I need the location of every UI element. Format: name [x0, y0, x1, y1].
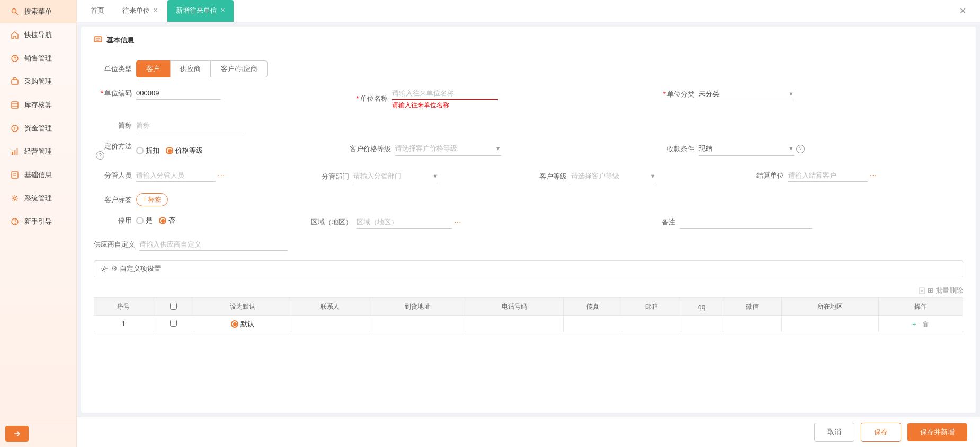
pricing-method-group: 定价方法 ? 折扣 价格等级: [94, 142, 350, 160]
row-checkbox: [153, 316, 194, 332]
btn-supplier[interactable]: 供应商: [170, 60, 211, 77]
department-select[interactable]: 请输入分管部门 ▼: [353, 169, 438, 183]
row-qq: [681, 316, 723, 332]
payment-question-icon[interactable]: ?: [796, 145, 805, 153]
radio-price-level-circle: [166, 147, 173, 154]
sidebar-item-quick-nav[interactable]: 快捷导航: [0, 23, 76, 47]
svg-line-1: [16, 13, 19, 15]
cancel-button[interactable]: 取消: [814, 423, 854, 442]
tags-group: 客户标签 + 标签: [94, 193, 963, 206]
remarks-label: 备注: [637, 217, 680, 227]
settlement-unit-input[interactable]: [788, 169, 868, 182]
payment-terms-value: 现结: [699, 144, 786, 153]
sidebar-item-system[interactable]: 系统管理: [0, 187, 76, 210]
remarks-input[interactable]: [680, 216, 812, 229]
row-add-btn[interactable]: +: [912, 320, 916, 328]
region-ellipsis[interactable]: ···: [454, 217, 461, 227]
table-header-row: 序号 设为默认 联系人 到货地址 电话号码 传真 邮箱 qq 微信 所在地区 操…: [94, 298, 963, 316]
disabled-label: 停用: [94, 216, 136, 225]
row-delete-btn[interactable]: 🗑: [922, 320, 929, 328]
radio-disabled-no[interactable]: 否: [159, 216, 175, 225]
pricing-question-icon[interactable]: ?: [96, 151, 104, 160]
region-input[interactable]: [357, 216, 452, 229]
sidebar-item-finance[interactable]: 资金管理: [0, 117, 76, 140]
sales-icon: ¥: [10, 53, 20, 64]
sidebar-item-search[interactable]: 搜索菜单: [0, 0, 76, 23]
sidebar-item-inventory[interactable]: 库存核算: [0, 93, 76, 117]
th-default: 设为默认: [194, 298, 291, 316]
sidebar-item-operations[interactable]: 经营管理: [0, 140, 76, 163]
row-fax: [563, 316, 622, 332]
section-title: 基本信息: [94, 35, 963, 50]
settlement-unit-ellipsis[interactable]: ···: [870, 171, 877, 180]
batch-delete-btn[interactable]: ⊞ 批量删除: [919, 286, 963, 295]
basic-info-icon: [10, 170, 20, 180]
radio-price-level[interactable]: 价格等级: [166, 146, 203, 155]
btn-both[interactable]: 客户/供应商: [211, 60, 268, 77]
sidebar-item-purchase[interactable]: 采购管理: [0, 70, 76, 93]
save-new-button[interactable]: 保存并新增: [907, 423, 967, 441]
customer-level-group: 客户等级 请选择客户等级 ▼: [529, 169, 746, 183]
th-wechat: 微信: [723, 298, 781, 316]
btn-customer[interactable]: 客户: [136, 60, 170, 77]
unit-code-input[interactable]: [136, 87, 221, 100]
row-default-circle: [231, 320, 238, 328]
manager-ellipsis[interactable]: ···: [218, 171, 225, 180]
row-default-label: 默认: [240, 319, 254, 329]
finance-icon: [10, 123, 20, 134]
row-select-checkbox[interactable]: [170, 320, 177, 327]
customer-price-level-chevron: ▼: [495, 145, 501, 152]
tab-home[interactable]: 首页: [82, 0, 113, 22]
th-no: 序号: [94, 298, 153, 316]
payment-terms-select[interactable]: 现结 ▼: [699, 142, 794, 156]
payment-terms-chevron: ▼: [788, 145, 794, 152]
settlement-unit-label: 结算单位: [746, 171, 788, 180]
table-section: ⊞ 批量删除 序号 设为默认 联系人 到货地址 电话号码 传真 邮箱 qq: [94, 286, 963, 332]
unit-name-error: 请输入往来单位名称: [392, 101, 656, 110]
row-wechat: [723, 316, 781, 332]
tab-partners-close[interactable]: ✕: [153, 7, 158, 14]
sidebar-item-basic-info[interactable]: 基础信息: [0, 163, 76, 187]
footer: 取消 保存 保存并新增: [77, 417, 980, 447]
manager-input[interactable]: [136, 169, 216, 182]
tab-partners[interactable]: 往来单位 ✕: [114, 0, 166, 22]
radio-discount-circle: [136, 147, 144, 154]
customer-level-select[interactable]: 请选择客户等级 ▼: [571, 169, 656, 183]
global-close-btn[interactable]: ✕: [951, 6, 975, 16]
sidebar-item-guide-label: 新手引导: [24, 217, 52, 226]
row-phone: [466, 316, 563, 332]
customer-price-level-select[interactable]: 请选择客户价格等级 ▼: [395, 142, 501, 156]
custom-settings-btn[interactable]: ⚙ 自定义项设置: [94, 260, 963, 277]
unit-category-label: *单位分类: [656, 90, 699, 99]
basic-fields-row: *单位编码 *单位名称 请输入往来单位名称 *单位分类 未分类 ▼: [94, 87, 963, 110]
sidebar-item-operations-label: 经营管理: [24, 147, 52, 156]
supplier-custom-input[interactable]: [139, 238, 288, 251]
row-default-radio[interactable]: 默认: [198, 319, 288, 329]
unit-category-select[interactable]: 未分类 ▼: [699, 87, 794, 101]
th-fax: 传真: [563, 298, 622, 316]
short-name-input[interactable]: [136, 119, 242, 132]
disabled-group: 停用 是 否: [94, 216, 311, 225]
radio-disabled-yes-label: 是: [146, 216, 153, 225]
remarks-group: 备注: [637, 216, 963, 229]
select-all-checkbox[interactable]: [170, 303, 177, 310]
sidebar-item-search-label: 搜索菜单: [24, 7, 52, 16]
sidebar-item-sales[interactable]: ¥ 销售管理: [0, 47, 76, 70]
radio-discount[interactable]: 折扣: [136, 146, 159, 155]
add-tag-btn[interactable]: + 标签: [136, 193, 168, 206]
department-label: 分管部门: [311, 172, 353, 181]
th-actions: 操作: [878, 298, 963, 316]
svg-text:!: !: [14, 217, 16, 225]
tab-new-partner-close[interactable]: ✕: [220, 7, 225, 14]
batch-delete-label: ⊞ 批量删除: [928, 286, 963, 295]
unit-category-value: 未分类: [699, 89, 786, 99]
sidebar-bottom-btn1[interactable]: [5, 426, 29, 442]
region-group: 区域（地区） ···: [311, 216, 637, 229]
unit-name-input[interactable]: [392, 87, 498, 100]
th-qq: qq: [681, 298, 723, 316]
sidebar-item-guide[interactable]: ! 新手引导: [0, 210, 76, 233]
save-button[interactable]: 保存: [861, 423, 901, 442]
guide-icon: !: [10, 216, 20, 227]
radio-disabled-yes[interactable]: 是: [136, 216, 153, 225]
tab-new-partner[interactable]: 新增往来单位 ✕: [167, 0, 234, 22]
